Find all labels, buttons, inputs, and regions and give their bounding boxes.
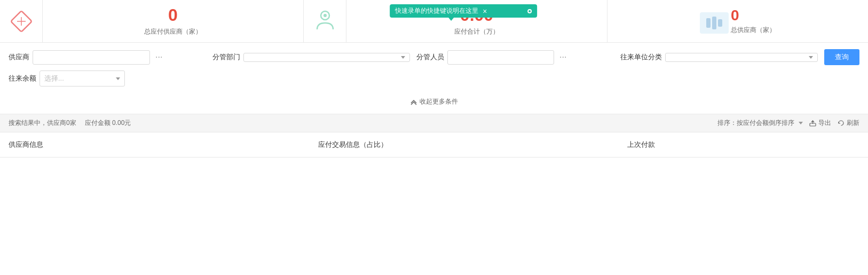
refresh-button[interactable]: 刷新 xyxy=(838,119,859,128)
manager-more-btn[interactable]: ··· xyxy=(557,52,569,62)
balance-label: 往来余额 xyxy=(9,74,36,83)
diamond-icon xyxy=(10,10,33,33)
filter-row-2: 往来余额 选择... xyxy=(9,70,859,87)
table-header: 供应商信息 应付交易信息（占比） 上次付款 xyxy=(0,132,868,158)
tooltip-line xyxy=(491,11,523,12)
stat-number-payable-suppliers: 0 xyxy=(168,6,178,25)
filter-supplier: 供应商 ··· xyxy=(9,50,206,65)
unit-class-select[interactable] xyxy=(665,53,818,62)
balance-placeholder: 选择... xyxy=(44,74,64,83)
supplier-more-btn[interactable]: ··· xyxy=(153,52,164,62)
result-bar: 搜索结果中，供应商0家 应付金额 0.00元 排序：按应付会额倒序排序 导出 刷… xyxy=(0,114,868,132)
bar-icon-3 xyxy=(718,19,722,27)
filter-unit-class: 往来单位分类 xyxy=(620,52,818,62)
export-label: 导出 xyxy=(818,119,831,128)
stat-number-total-suppliers: 0 xyxy=(731,7,776,24)
result-summary: 搜索结果中，供应商0家 xyxy=(9,119,76,128)
stat-label-payable-total: 应付合计（万） xyxy=(454,27,499,36)
col-header-supplier: 供应商信息 xyxy=(9,140,318,150)
supplier-input[interactable] xyxy=(33,50,150,65)
balance-select[interactable]: 选择... xyxy=(40,70,125,87)
filter-bar: 供应商 ··· 分管部门 分管人员 ··· 往来单位分类 xyxy=(0,43,868,114)
balance-chevron-icon xyxy=(116,77,120,80)
col-header-payable: 应付交易信息（占比） xyxy=(318,140,628,150)
stat-total-suppliers: 0 总供应商（家） xyxy=(607,0,868,42)
department-chevron-icon xyxy=(401,56,405,59)
stat-label-total-suppliers: 总供应商（家） xyxy=(731,26,776,35)
department-select[interactable] xyxy=(243,53,410,62)
filter-department: 分管部门 xyxy=(212,52,410,62)
result-actions: 排序：按应付会额倒序排序 导出 刷新 xyxy=(717,119,859,128)
stat-label-payable-suppliers: 总应付供应商（家） xyxy=(144,27,202,36)
collapse-bar: 收起更多条件 xyxy=(9,92,859,114)
collapse-label: 收起更多条件 xyxy=(420,97,458,106)
department-label: 分管部门 xyxy=(212,52,240,62)
sort-chevron-icon xyxy=(799,122,803,124)
stat-total-payable-suppliers: 0 总应付供应商（家） xyxy=(43,0,304,42)
bar-icon-1 xyxy=(706,18,711,28)
unit-class-label: 往来单位分类 xyxy=(620,52,662,62)
supplier-label: 供应商 xyxy=(9,52,29,62)
col-header-lastpay: 上次付款 xyxy=(627,140,859,150)
manager-input[interactable] xyxy=(447,50,554,65)
tooltip-close-btn[interactable]: × xyxy=(483,7,487,15)
collapse-icon xyxy=(410,98,417,106)
sort-button[interactable]: 排序：按应付会额倒序排序 xyxy=(717,119,803,128)
table-body xyxy=(0,158,868,275)
result-summary-area: 搜索结果中，供应商0家 应付金额 0.00元 xyxy=(9,119,131,128)
refresh-icon xyxy=(838,120,845,127)
mint-person-icon xyxy=(312,8,338,35)
mint-icon-area xyxy=(304,0,346,42)
bar-icon-2 xyxy=(712,17,716,29)
tooltip-bubble: 快速录单的快捷键说明在这里 × xyxy=(390,4,537,18)
sort-label: 排序：按应付会额倒序排序 xyxy=(717,119,794,128)
filter-row-1: 供应商 ··· 分管部门 分管人员 ··· 往来单位分类 xyxy=(9,49,859,65)
refresh-label: 刷新 xyxy=(847,119,859,128)
export-icon xyxy=(809,120,816,127)
stat-icon-box xyxy=(700,12,729,34)
search-button[interactable]: 查询 xyxy=(824,49,859,65)
manager-label: 分管人员 xyxy=(416,52,444,62)
logo-area xyxy=(0,0,43,42)
result-payable: 应付金额 0.00元 xyxy=(85,119,131,128)
tooltip-dot xyxy=(527,9,532,13)
filter-manager: 分管人员 ··· xyxy=(416,50,614,65)
filter-balance: 往来余额 选择... xyxy=(9,70,125,87)
svg-point-4 xyxy=(323,14,327,17)
export-button[interactable]: 导出 xyxy=(809,119,831,128)
stats-bar: 0 总应付供应商（家） 0.00 应付合计（万） 快速录单的快捷键说明在这里 × xyxy=(0,0,868,43)
tooltip-text: 快速录单的快捷键说明在这里 xyxy=(395,6,478,15)
collapse-button[interactable]: 收起更多条件 xyxy=(404,95,464,108)
unit-class-chevron-icon xyxy=(809,56,813,59)
